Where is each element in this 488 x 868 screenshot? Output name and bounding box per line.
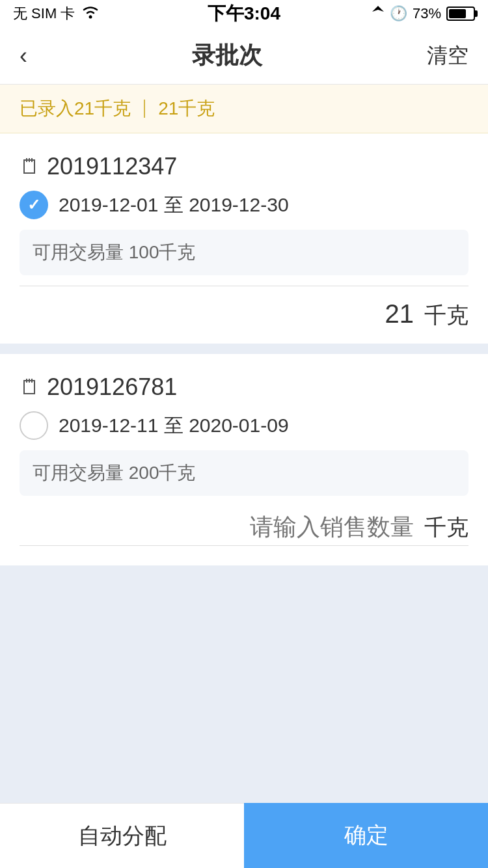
batch-id-2: 2019126781 [47,373,177,401]
batch-input-underline-2 [20,545,468,546]
batch-avail-text-2: 可用交易量 200千克 [33,463,196,483]
batch-file-icon-1: 🗒 [20,155,40,179]
batch-card-2: 🗒 2019126781 2019-12-11 至 2020-01-09 可用交… [0,354,488,565]
radio-2[interactable] [20,411,48,440]
batch-avail-text-1: 可用交易量 100千克 [33,242,196,262]
batch-card-1: 🗒 2019112347 ✓ 2019-12-01 至 2019-12-30 可… [0,133,488,344]
alarm-icon: 🕐 [390,5,407,22]
confirm-button[interactable]: 确定 [244,803,488,868]
back-button[interactable]: ‹ [20,42,27,70]
batch-date-1: 2019-12-01 至 2019-12-30 [59,192,289,219]
auto-distribute-button[interactable]: 自动分配 [0,803,244,868]
bottom-bar: 自动分配 确定 [0,803,488,868]
carrier-text: 无 SIM 卡 [13,4,75,23]
location-icon [372,5,385,22]
batch-date-row-2: 2019-12-11 至 2020-01-09 [20,411,468,440]
batch-separator-1 [0,344,488,354]
content-area: 🗒 2019112347 ✓ 2019-12-01 至 2019-12-30 可… [0,133,488,868]
batch-avail-box-2: 可用交易量 200千克 [20,450,468,496]
batch-amount-value-1: 21 [385,299,414,329]
batch-id-1: 2019112347 [47,153,177,180]
battery-icon [446,7,475,21]
batch-file-icon-2: 🗒 [20,375,40,400]
batch-header-2: 🗒 2019126781 [20,373,468,401]
wifi-icon [81,5,100,23]
nav-bar: ‹ 录批次 清空 [0,27,488,85]
clear-button[interactable]: 清空 [427,42,468,70]
radio-1[interactable]: ✓ [20,191,48,219]
status-left: 无 SIM 卡 [13,4,100,23]
batch-amount-row-1: 21 千克 [20,293,468,331]
battery-percent: 73% [413,5,441,22]
svg-point-0 [89,16,92,19]
batch-amount-unit-2: 千克 [424,513,468,543]
info-banner: 已录入21千克 21千克 [0,85,488,133]
batch-date-row-1: ✓ 2019-12-01 至 2019-12-30 [20,191,468,219]
batch-amount-input-2[interactable] [20,513,414,541]
batch-avail-box-1: 可用交易量 100千克 [20,230,468,275]
info-divider [144,100,145,118]
status-time: 下午3:04 [208,1,280,26]
batch-input-underline-1 [20,286,468,286]
batch-header-1: 🗒 2019112347 [20,153,468,180]
batch-amount-unit-1: 千克 [424,301,468,331]
batch-date-2: 2019-12-11 至 2020-01-09 [59,413,289,439]
nav-title: 录批次 [192,40,262,72]
check-icon-1: ✓ [27,196,40,214]
info-amount: 21千克 [158,96,215,121]
status-right: 🕐 73% [372,5,475,22]
recorded-label: 已录入21千克 [20,96,131,121]
status-bar: 无 SIM 卡 下午3:04 🕐 73% [0,0,488,27]
